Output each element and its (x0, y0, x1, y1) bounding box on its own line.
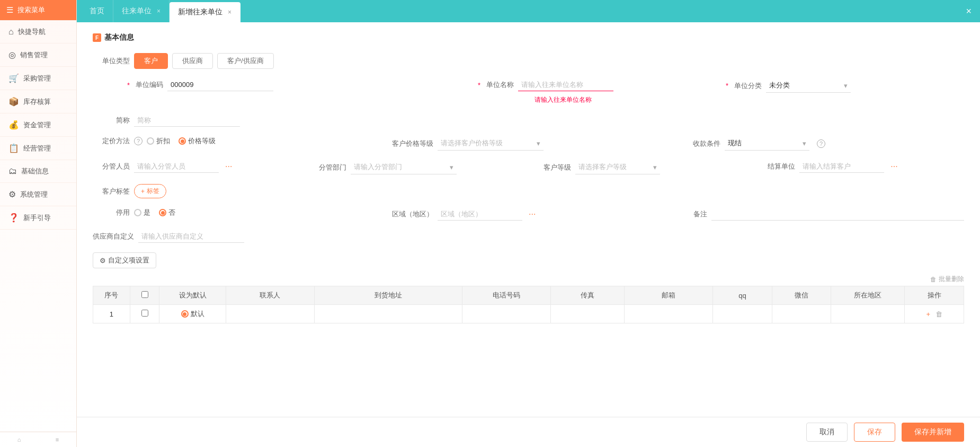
sidebar: ☰ 搜索菜单 ⌂ 快捷导航 ◎ 销售管理 🛒 采购管理 📦 库存核算 💰 资金管… (0, 0, 77, 447)
short-name-input[interactable] (134, 114, 240, 127)
radio-discount-label: 折扣 (156, 136, 170, 146)
type-btn-supplier[interactable]: 供应商 (172, 53, 213, 69)
batch-delete-label[interactable]: 批量删除 (939, 275, 964, 284)
tag-add-button[interactable]: + 标签 (134, 184, 166, 198)
select-all-checkbox[interactable] (141, 291, 148, 298)
sidebar-item-quick-nav[interactable]: ⌂ 快捷导航 (0, 21, 76, 43)
customer-price-select[interactable]: 请选择客户价格等级 ▾ (438, 136, 544, 151)
radio-no[interactable]: 否 (159, 208, 175, 217)
sidebar-item-inventory[interactable]: 📦 库存核算 (0, 90, 76, 113)
region-input[interactable] (438, 208, 522, 221)
pricing-question-icon[interactable]: ? (134, 137, 142, 145)
sidebar-label: 采购管理 (23, 74, 51, 83)
department-label: 分管部门 (317, 163, 346, 172)
contact-input[interactable] (231, 310, 309, 318)
unit-category-value: 未分类 (769, 81, 790, 90)
supplier-custom-input[interactable] (138, 230, 244, 243)
required-star2: * (443, 81, 480, 89)
radio-yes[interactable]: 是 (134, 208, 150, 217)
tab-partner-add[interactable]: 新增往来单位 × (170, 2, 240, 22)
sidebar-item-guide[interactable]: ❓ 新手引导 (0, 206, 76, 230)
add-row-button[interactable]: + (926, 310, 931, 318)
cell-area (831, 305, 905, 323)
radio-price-level-circle (179, 137, 186, 145)
home-icon: ⌂ (8, 27, 14, 37)
tab-partner-list-close[interactable]: × (157, 8, 161, 14)
unit-category-select[interactable]: 未分类 ▾ (766, 78, 851, 93)
radio-discount[interactable]: 折扣 (147, 136, 170, 146)
email-input[interactable] (630, 310, 707, 318)
sidebar-item-purchase[interactable]: 🛒 采购管理 (0, 67, 76, 90)
col-header-area: 所在地区 (831, 286, 905, 305)
manager-ellipsis[interactable]: ··· (223, 162, 234, 171)
area-input[interactable] (836, 310, 899, 318)
row-checkbox[interactable] (141, 310, 148, 317)
custom-settings-label: 自定义项设置 (108, 256, 149, 265)
col-header-check (130, 286, 159, 305)
unit-type-label: 单位类型 (93, 56, 130, 66)
batch-delete-icon: 🗑 (930, 276, 937, 283)
delete-row-button[interactable]: 🗑 (936, 310, 942, 318)
sidebar-item-basic[interactable]: 🗂 基础信息 (0, 160, 76, 183)
sidebar-label: 销售管理 (20, 50, 48, 60)
manager-input[interactable] (134, 160, 219, 173)
short-name-label: 简称 (93, 116, 130, 125)
save-new-button[interactable]: 保存并新增 (902, 423, 964, 442)
tab-home[interactable]: 首页 (81, 0, 113, 22)
phone-input[interactable] (468, 310, 545, 318)
radio-yes-circle (134, 209, 141, 216)
inventory-icon: 📦 (8, 97, 19, 107)
tab-partner-list-label: 往来单位 (122, 6, 152, 16)
save-button[interactable]: 保存 (854, 423, 895, 442)
unit-category-label: 单位分类 (733, 81, 762, 91)
sidebar-item-sales[interactable]: ◎ 销售管理 (0, 43, 76, 67)
cell-contact (226, 305, 314, 323)
payment-question-icon[interactable]: ? (817, 139, 825, 148)
radio-price-level[interactable]: 价格等级 (179, 136, 216, 146)
default-radio[interactable]: 默认 (165, 309, 220, 319)
main-area: 首页 往来单位 × 新增往来单位 × × F 基本信息 单位类型 客户 供应商 … (77, 0, 980, 447)
section-title: F 基本信息 (93, 33, 964, 42)
search-menu[interactable]: ☰ 搜索菜单 (0, 0, 76, 21)
tab-partner-list[interactable]: 往来单位 × (113, 0, 170, 22)
sidebar-bottom-more[interactable]: ≡ (56, 436, 59, 443)
remark-input[interactable] (711, 208, 964, 221)
tag-row: 客户标签 + 标签 (93, 184, 964, 198)
unit-name-input[interactable] (518, 78, 613, 91)
fax-input[interactable] (556, 310, 619, 318)
sidebar-item-operation[interactable]: 📋 经营管理 (0, 137, 76, 160)
tab-bar-close-all[interactable]: × (961, 6, 976, 17)
unit-code-input[interactable] (167, 78, 273, 91)
tab-partner-add-close[interactable]: × (228, 9, 231, 15)
sales-icon: ◎ (8, 50, 16, 60)
payment-terms-select[interactable]: 现结 ▾ (725, 136, 809, 151)
customer-level-label: 客户等级 (542, 163, 571, 172)
system-icon: ⚙ (8, 189, 16, 199)
cell-check (130, 305, 159, 323)
cancel-button[interactable]: 取消 (806, 423, 848, 442)
type-btn-customer[interactable]: 客户 (134, 53, 168, 69)
type-btn-both[interactable]: 客户/供应商 (217, 53, 274, 69)
settlement-field: 结算单位 ··· (766, 160, 964, 173)
wechat-input[interactable] (778, 310, 825, 318)
settlement-ellipsis[interactable]: ··· (888, 162, 899, 171)
search-menu-label: 搜索菜单 (17, 5, 45, 15)
qq-input[interactable] (718, 310, 766, 318)
col-header-op: 操作 (905, 286, 964, 305)
sidebar-item-system[interactable]: ⚙ 系统管理 (0, 183, 76, 206)
short-name-field: 简称 (93, 114, 964, 127)
plus-icon: + (141, 188, 145, 195)
cell-fax (550, 305, 624, 323)
payment-terms-label: 收款条件 (691, 139, 720, 148)
custom-settings-button[interactable]: ⚙ 自定义项设置 (93, 252, 156, 268)
sidebar-item-finance[interactable]: 💰 资金管理 (0, 113, 76, 137)
bottom-home-icon: ⌂ (17, 436, 21, 443)
region-ellipsis[interactable]: ··· (527, 209, 538, 219)
cell-addr (314, 305, 462, 323)
addr-input[interactable] (320, 310, 457, 318)
department-select[interactable]: 请输入分管部门 ▾ (351, 160, 457, 174)
tag-label: 客户标签 (93, 187, 130, 196)
settlement-input[interactable] (799, 160, 884, 173)
customer-level-select[interactable]: 请选择客户等级 ▾ (575, 160, 660, 174)
sidebar-bottom-home[interactable]: ⌂ (17, 436, 21, 443)
